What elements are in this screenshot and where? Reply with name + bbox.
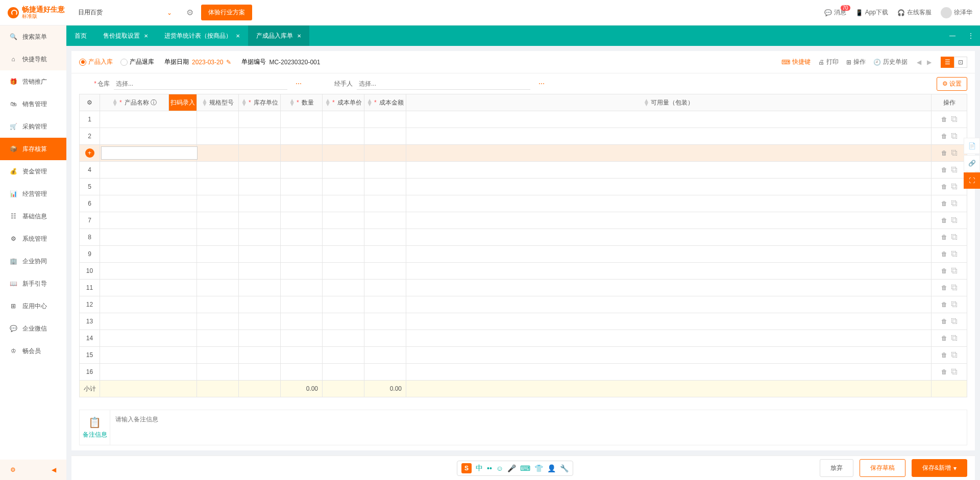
- tab-menu[interactable]: ⋮: [962, 26, 980, 46]
- cell-qty[interactable]: [281, 263, 323, 280]
- table-row[interactable]: 9🗑⿻: [80, 246, 967, 263]
- sidebar-item-4[interactable]: 🛒采购管理: [0, 115, 66, 138]
- cell-spec[interactable]: [197, 195, 239, 212]
- shortcut-button[interactable]: ⌨快捷键: [781, 58, 811, 66]
- cell-qty[interactable]: [281, 347, 323, 364]
- copy-icon[interactable]: ⿻: [951, 267, 958, 274]
- copy-icon[interactable]: ⿻: [951, 284, 958, 291]
- cell-unit[interactable]: [239, 364, 281, 381]
- cell-amt[interactable]: [364, 195, 406, 212]
- sidebar-item-9[interactable]: ⚙系统管理: [0, 228, 66, 250]
- cell-name[interactable]: [100, 364, 197, 381]
- delete-icon[interactable]: 🗑: [941, 250, 947, 258]
- handler-input[interactable]: [357, 78, 530, 90]
- ime-keyboard-icon[interactable]: ⌨: [520, 464, 530, 472]
- cell-amt[interactable]: [364, 313, 406, 330]
- col-qty[interactable]: ▲▼*数量: [281, 94, 323, 111]
- delete-icon[interactable]: 🗑: [941, 149, 947, 157]
- cell-avail[interactable]: [406, 229, 932, 246]
- cell-amt[interactable]: [364, 347, 406, 364]
- cell-price[interactable]: [323, 145, 364, 162]
- delete-icon[interactable]: 🗑: [941, 318, 947, 325]
- col-unit[interactable]: ▲▼*库存单位: [239, 94, 281, 111]
- copy-icon[interactable]: ⿻: [951, 200, 958, 207]
- cell-qty[interactable]: [281, 229, 323, 246]
- cell-amt[interactable]: [364, 212, 406, 229]
- delete-icon[interactable]: 🗑: [941, 368, 947, 375]
- table-row[interactable]: 7🗑⿻: [80, 212, 967, 229]
- table-row[interactable]: 6🗑⿻: [80, 195, 967, 212]
- sidebar-item-1[interactable]: ⌂快捷导航: [0, 48, 66, 70]
- save-new-button[interactable]: 保存&新增 ▾: [912, 459, 967, 477]
- ime-user-icon[interactable]: 👤: [547, 464, 556, 472]
- cell-unit[interactable]: [239, 162, 281, 179]
- cell-price[interactable]: [323, 330, 364, 347]
- copy-icon[interactable]: ⿻: [951, 318, 958, 325]
- cell-amt[interactable]: [364, 296, 406, 313]
- prev-button[interactable]: ◀: [915, 57, 923, 67]
- handler-more-icon[interactable]: ⋯: [538, 80, 545, 87]
- copy-icon[interactable]: ⿻: [951, 351, 958, 359]
- ime-toolbar[interactable]: S 中 •• ☺ 🎤 ⌨ 👕 👤 🔧: [457, 461, 573, 476]
- cell-spec[interactable]: [197, 263, 239, 280]
- message-button[interactable]: 💬 消息 70: [824, 8, 846, 17]
- copy-icon[interactable]: ⿻: [951, 217, 958, 224]
- app-download-button[interactable]: 📱 App下载: [855, 8, 888, 17]
- copy-icon[interactable]: ⿻: [951, 368, 958, 375]
- copy-icon[interactable]: ⿻: [951, 301, 958, 308]
- float-doc-icon[interactable]: 📄: [964, 138, 980, 154]
- copy-icon[interactable]: ⿻: [951, 116, 958, 123]
- table-row[interactable]: 1🗑⿻: [80, 111, 967, 128]
- cell-spec[interactable]: [197, 296, 239, 313]
- table-container[interactable]: ⚙ ▲▼*产品名称ⓘ 扫码录入 ▲▼规格型号 ▲▼*库存单位 ▲▼*数量 ▲▼*…: [71, 94, 975, 410]
- delete-icon[interactable]: 🗑: [941, 116, 947, 123]
- cell-unit[interactable]: [239, 128, 281, 145]
- sidebar-item-11[interactable]: 📖新手引导: [0, 272, 66, 295]
- cell-avail[interactable]: [406, 263, 932, 280]
- radio-product-out[interactable]: 产品退库: [120, 58, 154, 66]
- cell-amt[interactable]: [364, 179, 406, 195]
- sidebar-item-7[interactable]: 📊经营管理: [0, 183, 66, 205]
- cell-qty[interactable]: [281, 313, 323, 330]
- cell-spec[interactable]: [197, 347, 239, 364]
- cell-qty[interactable]: [281, 246, 323, 263]
- sidebar-item-13[interactable]: 💬企业微信: [0, 317, 66, 340]
- cell-avail[interactable]: [406, 212, 932, 229]
- cell-spec[interactable]: [197, 313, 239, 330]
- cell-avail[interactable]: [406, 195, 932, 212]
- cell-avail[interactable]: [406, 246, 932, 263]
- delete-icon[interactable]: 🗑: [941, 335, 947, 342]
- cell-price[interactable]: [323, 296, 364, 313]
- sidebar-item-6[interactable]: 💰资金管理: [0, 160, 66, 183]
- cell-amt[interactable]: [364, 128, 406, 145]
- cell-amt[interactable]: [364, 330, 406, 347]
- cell-avail[interactable]: [406, 179, 932, 195]
- copy-icon[interactable]: ⿻: [951, 183, 958, 190]
- delete-icon[interactable]: 🗑: [941, 183, 947, 190]
- delete-icon[interactable]: 🗑: [941, 267, 947, 274]
- table-row[interactable]: 14🗑⿻: [80, 330, 967, 347]
- cell-spec[interactable]: [197, 280, 239, 296]
- cell-price[interactable]: [323, 128, 364, 145]
- cell-unit[interactable]: [239, 111, 281, 128]
- operate-button[interactable]: ⊞操作: [846, 58, 866, 66]
- sidebar-item-10[interactable]: 🏢企业协同: [0, 250, 66, 272]
- cell-name[interactable]: [100, 195, 197, 212]
- cell-amt[interactable]: [364, 229, 406, 246]
- delete-icon[interactable]: 🗑: [941, 133, 947, 140]
- save-draft-button[interactable]: 保存草稿: [860, 459, 905, 477]
- table-row[interactable]: 15🗑⿻: [80, 347, 967, 364]
- tab-3[interactable]: 产成品入库单✕: [248, 26, 309, 46]
- cell-name[interactable]: [100, 179, 197, 195]
- table-row[interactable]: +🗑⿻: [80, 145, 967, 162]
- table-row[interactable]: 16🗑⿻: [80, 364, 967, 381]
- delete-icon[interactable]: 🗑: [941, 200, 947, 207]
- cell-spec[interactable]: [197, 330, 239, 347]
- sidebar-item-2[interactable]: 🎁营销推广: [0, 70, 66, 93]
- delete-icon[interactable]: 🗑: [941, 166, 947, 173]
- col-amount[interactable]: ▲▼*成本金额: [364, 94, 406, 111]
- cell-avail[interactable]: [406, 128, 932, 145]
- cell-qty[interactable]: [281, 162, 323, 179]
- remarks-input[interactable]: [110, 410, 967, 445]
- cell-price[interactable]: [323, 229, 364, 246]
